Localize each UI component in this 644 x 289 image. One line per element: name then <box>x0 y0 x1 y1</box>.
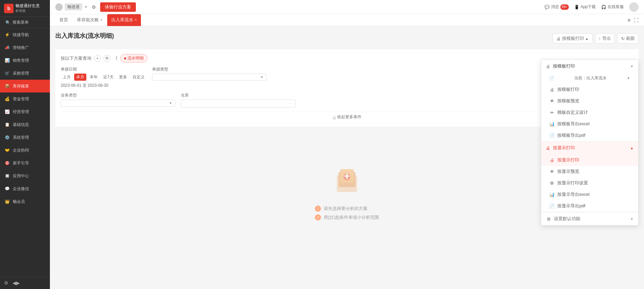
nav-label-purchase: 采购管理 <box>13 71 46 76</box>
tab-close-all-button[interactable]: ✕ <box>627 18 631 23</box>
dropdown-item-display-print[interactable]: 🖨 按显示打印 <box>541 154 638 166</box>
app-download-icon: 📱 <box>574 5 579 9</box>
print-template-button[interactable]: 🖨 按模板打印 ▲ <box>553 33 592 44</box>
current-label-text: 当前：出入库流水 <box>574 75 607 81</box>
filter-settings-button[interactable]: ⚙ <box>104 55 110 62</box>
message-action[interactable]: 💬 消息 99+ <box>545 4 569 10</box>
trial-button[interactable]: 体验行业方案 <box>100 2 136 12</box>
dropdown-item-template-custom[interactable]: ✏ 模板自定义设计 <box>541 107 638 118</box>
sidebar-item-marketing[interactable]: 📣 营销推广 <box>0 41 50 54</box>
sidebar-item-appstore[interactable]: 🔲 应用中心 <box>0 169 50 182</box>
message-badge: 99+ <box>560 4 569 10</box>
sidebar-item-wechat[interactable]: 💬 企业微信 <box>0 182 50 195</box>
filter-add-button[interactable]: + <box>94 55 101 62</box>
basic-icon: 📋 <box>4 122 10 128</box>
dropdown-item-template-excel[interactable]: 📊 按模板导出excel <box>541 118 638 130</box>
dropdown-template-header[interactable]: 🖨 按模板打印 ▼ <box>541 60 638 73</box>
dropdown-item-template-preview[interactable]: 👁 按模板预览 <box>541 95 638 107</box>
user-avatar-top[interactable] <box>629 2 639 12</box>
nav-label-guide: 新手引导 <box>13 160 46 166</box>
sidebar-item-operations[interactable]: 📈 经营管理 <box>0 105 50 118</box>
sidebar-nav: ⚡ 快捷导航 📣 营销推广 📊 销售管理 🛒 采购管理 📦 库存核算 💰 资金管… <box>0 28 50 277</box>
nav-label-system: 系统管理 <box>13 135 46 140</box>
user-dropdown-icon[interactable]: ▼ <box>84 5 88 9</box>
nav-label-appstore: 应用中心 <box>13 173 46 179</box>
sidebar-item-shortcut[interactable]: ⚡ 快捷导航 <box>0 28 50 41</box>
sidebar-item-sales[interactable]: 📊 销售管理 <box>0 54 50 67</box>
sidebar-item-collab[interactable]: 🤝 企业协同 <box>0 144 50 157</box>
top-right-actions: 🖨 按模板打印 ▲ ↑ 导出 ↻ 刷新 <box>553 33 639 44</box>
date-range: 2023-06-01 至 2023-06-30 <box>61 83 147 88</box>
tab-batch-close[interactable]: × <box>100 18 103 22</box>
dropdown-item-display-pdf[interactable]: 📄 按显示导出pdf <box>541 200 638 212</box>
sidebar-item-inventory[interactable]: 📦 库存核算 <box>0 80 50 93</box>
filter-collapse-icon[interactable]: 《 <box>113 55 118 61</box>
export-button[interactable]: ↑ 导出 <box>595 33 615 44</box>
set-default-label: 设置默认功能 <box>554 216 580 222</box>
sidebar-item-purchase[interactable]: 🛒 采购管理 <box>0 67 50 80</box>
logo-name: 畅捷通好生意 <box>16 3 40 9</box>
template-preview-icon: 👁 <box>549 98 555 104</box>
export-label: 导出 <box>602 35 611 42</box>
display-pdf-label: 按显示导出pdf <box>557 203 585 209</box>
current-arrow: ▼ <box>627 76 630 80</box>
customer-service-action[interactable]: 🎧 在线客服 <box>601 4 624 10</box>
dropdown-panel: 🖨 按模板打印 ▼ 📄 当前：出入库流水 ▼ 🖨 按模板打印 👁 按模板预览 <box>541 59 639 226</box>
sidebar-item-guide[interactable]: 🎯 新手引导 <box>0 157 50 169</box>
template-section-arrow: ▼ <box>630 64 634 68</box>
footer-settings-icon[interactable]: ⚙ <box>4 280 8 286</box>
tab-expand-button[interactable]: ⛶ <box>634 18 639 23</box>
date-tab-custom[interactable]: 自定义 <box>130 74 147 81</box>
main-area: 畅捷通 ▼ ⚙ 体验行业方案 💬 消息 99+ 📱 App下载 🎧 在线客服 <box>50 0 644 289</box>
filter-type-select[interactable]: ▼ <box>152 74 267 81</box>
dropdown-item-display-excel[interactable]: 📊 按显示导出excel <box>541 189 638 200</box>
dropdown-item-template-print[interactable]: 🖨 按模板打印 <box>541 84 638 95</box>
filter-biz-select[interactable]: ▼ <box>61 100 175 107</box>
content-header: 出入库流水(流水明细) 🖨 按模板打印 ▲ ↑ 导出 ↻ 刷新 <box>55 32 639 45</box>
tab-home[interactable]: 首页 <box>55 14 72 26</box>
sidebar-item-finance[interactable]: 💰 资金管理 <box>0 93 50 105</box>
dropdown-item-display-settings[interactable]: ⚙ 按显示打印设置 <box>541 177 638 189</box>
template-print-section-icon: 🖨 <box>546 64 550 69</box>
sidebar-search[interactable]: 🔍 搜索菜单 <box>0 17 50 28</box>
app-download-action[interactable]: 📱 App下载 <box>574 4 596 10</box>
filter-date-control: 上月 本月 本年 近7天 更多 自定义 <box>61 74 147 81</box>
nav-label-basic: 基础信息 <box>13 122 46 128</box>
tab-flow[interactable]: 出入库流水 × <box>107 14 141 26</box>
dropdown-item-set-default[interactable]: ⊞ 设置默认功能 ▼ <box>541 212 638 225</box>
print-icon: 🖨 <box>556 36 561 41</box>
date-tab-7days[interactable]: 近7天 <box>101 74 116 81</box>
dropdown-item-template-pdf[interactable]: 📄 按模板导出pdf <box>541 130 638 141</box>
tab-batch[interactable]: 库存批次账 × <box>73 14 107 26</box>
sidebar-item-system[interactable]: ⚙️ 系统管理 <box>0 131 50 144</box>
filter-warehouse-select[interactable]: ··· <box>181 100 295 108</box>
template-custom-icon: ✏ <box>549 110 555 115</box>
date-tab-more[interactable]: 更多 <box>117 74 129 81</box>
svg-rect-5 <box>346 174 348 179</box>
nav-label-marketing: 营销推广 <box>13 45 46 51</box>
dropdown-item-display-preview[interactable]: 👁 按显示预览 <box>541 166 638 177</box>
tab-flow-label: 出入库流水 <box>111 17 133 23</box>
sidebar-item-member[interactable]: 👑 畅会员 <box>0 195 50 208</box>
date-tab-this-month[interactable]: 本月 <box>74 74 86 81</box>
template-print-icon: 🖨 <box>549 87 555 92</box>
app-download-label: App下载 <box>581 4 596 10</box>
display-print-section-label: 按显示打印 <box>553 145 575 151</box>
collab-icon: 🤝 <box>4 147 10 153</box>
sidebar-item-basic[interactable]: 📋 基础信息 <box>0 118 50 131</box>
marketing-icon: 📣 <box>4 45 10 51</box>
tab-flow-close[interactable]: × <box>135 18 137 22</box>
footer-collapse-icon[interactable]: ◀▶ <box>12 280 20 286</box>
topbar-gear-icon[interactable]: ⚙ <box>92 4 96 10</box>
topbar-actions: 💬 消息 99+ 📱 App下载 🎧 在线客服 <box>545 2 639 12</box>
display-settings-icon: ⚙ <box>549 180 555 186</box>
sales-icon: 📊 <box>4 57 10 63</box>
nav-label-member: 畅会员 <box>13 199 46 205</box>
display-pdf-icon: 📄 <box>549 203 555 209</box>
refresh-button[interactable]: ↻ 刷新 <box>617 33 639 44</box>
tab-batch-label: 库存批次账 <box>77 17 99 23</box>
dropdown-display-header[interactable]: 🖨 按显示打印 ▲ <box>541 141 638 154</box>
date-tab-this-year[interactable]: 本年 <box>88 74 100 81</box>
date-tab-last-month[interactable]: 上月 <box>61 74 73 81</box>
nav-label-shortcut: 快捷导航 <box>13 32 46 38</box>
